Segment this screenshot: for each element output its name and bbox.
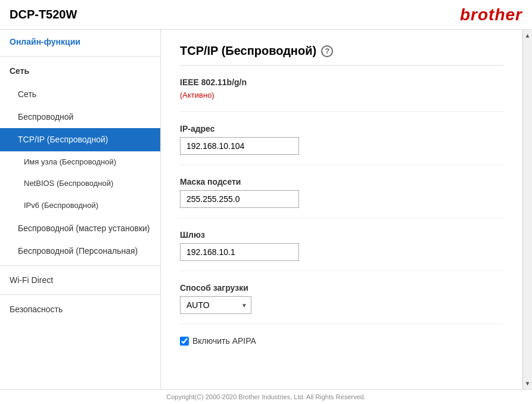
scroll-down-icon[interactable]: ▼ <box>523 379 532 388</box>
right-scrollbar: ▲ ▼ <box>522 30 532 389</box>
ieee-section: IEEE 802.11b/g/n (Активно) <box>180 77 503 112</box>
subnet-label: Маска подсети <box>180 177 503 187</box>
select-dropdown-icon: ▼ <box>238 302 251 309</box>
gateway-section: Шлюз <box>180 230 503 271</box>
sidebar-item-wireless-personal[interactable]: Беспроводной (Персональная) <box>0 240 160 262</box>
ieee-status: (Активно) <box>180 91 503 100</box>
scroll-up-icon[interactable]: ▲ <box>523 31 532 40</box>
brother-logo: brother <box>460 5 522 24</box>
gateway-input[interactable] <box>180 243 299 261</box>
apipa-section: Включить APIPA <box>180 336 503 346</box>
apipa-checkbox[interactable] <box>180 337 189 346</box>
sidebar-item-network[interactable]: Сеть <box>0 83 160 105</box>
content-title: TCP/IP (Беспроводной) ? <box>180 44 503 66</box>
apipa-label[interactable]: Включить APIPA <box>192 336 256 346</box>
sidebar-item-netbios-wireless[interactable]: NetBIOS (Беспроводной) <box>0 173 160 195</box>
boot-method-section: Способ загрузки AUTO STATIC DHCP RARP BO… <box>180 283 503 324</box>
sidebar-item-security[interactable]: Безопасность <box>0 297 160 321</box>
gateway-label: Шлюз <box>180 230 503 240</box>
sidebar-item-hostname-wireless[interactable]: Имя узла (Беспроводной) <box>0 151 160 173</box>
sidebar-item-wireless-wizard[interactable]: Беспроводной (мастер установки) <box>0 217 160 240</box>
sidebar-item-wifi-direct[interactable]: Wi-Fi Direct <box>0 268 160 292</box>
footer: Copyright(C) 2000-2020 Brother Industrie… <box>0 389 532 404</box>
sidebar-section-network-header: Сеть <box>0 59 160 83</box>
ip-label: IP-адрес <box>180 124 503 133</box>
ip-input[interactable] <box>180 137 299 155</box>
content-area: TCP/IP (Беспроводной) ? IEEE 802.11b/g/n… <box>161 30 522 389</box>
boot-method-select-wrapper: AUTO STATIC DHCP RARP BOOTP ▼ <box>180 296 251 314</box>
subnet-input[interactable] <box>180 190 299 208</box>
header: DCP-T520W brother <box>0 0 532 30</box>
ip-section: IP-адрес <box>180 124 503 165</box>
sidebar-item-online-functions[interactable]: Онлайн-функции <box>0 30 160 54</box>
boot-method-select[interactable]: AUTO STATIC DHCP RARP BOOTP <box>181 297 238 313</box>
sidebar-item-ipv6-wireless[interactable]: IPv6 (Беспроводной) <box>0 195 160 217</box>
app-title: DCP-T520W <box>10 8 77 21</box>
help-icon[interactable]: ? <box>321 45 333 57</box>
ieee-label: IEEE 802.11b/g/n <box>180 77 503 87</box>
sidebar-item-tcpip-wireless[interactable]: TCP/IP (Беспроводной) <box>0 128 160 151</box>
subnet-section: Маска подсети <box>180 177 503 218</box>
boot-method-label: Способ загрузки <box>180 283 503 293</box>
sidebar: Онлайн-функции Сеть Сеть Беспроводной TC… <box>0 30 161 389</box>
sidebar-item-wireless[interactable]: Беспроводной <box>0 105 160 128</box>
